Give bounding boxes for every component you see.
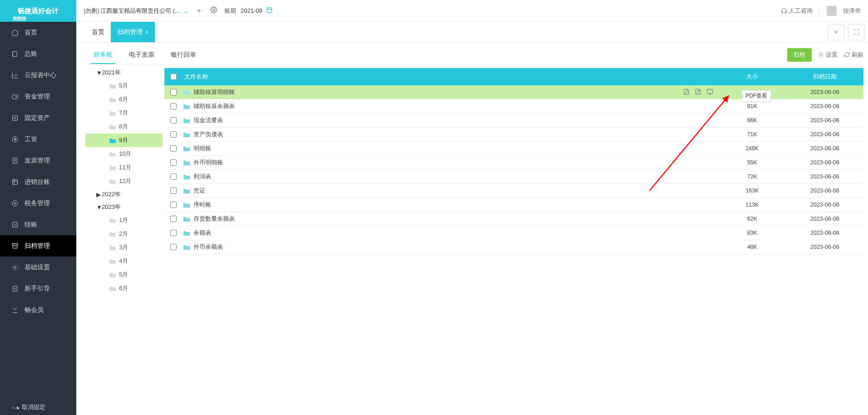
table-row[interactable]: 资产负债表71K2023-06-06 [164,128,863,142]
download-excel-icon[interactable] [683,88,690,97]
row-checkbox[interactable] [170,145,177,152]
row-checkbox[interactable] [170,159,177,166]
select-all-checkbox[interactable] [170,74,177,80]
subtab-einvoice[interactable]: 电子发票 [121,45,163,64]
subtab-financial[interactable]: 财务账 [85,45,121,64]
close-icon [11,221,19,229]
subtab-bank[interactable]: 银行回单 [163,45,204,64]
asset-icon [11,114,19,122]
row-checkbox[interactable] [170,131,177,138]
row-checkbox[interactable] [170,244,177,250]
nav-item-13[interactable]: 畅会员 [0,299,76,321]
row-checkbox[interactable] [170,173,177,180]
download-pdf-icon[interactable] [694,88,702,97]
row-checkbox[interactable] [170,103,177,109]
table-row[interactable]: 存货数量余额表62K2023-06-06 [164,212,863,226]
table-row[interactable]: 明细账246K2023-06-06 [164,142,863,156]
tree-month[interactable]: 6月 [85,282,163,295]
row-checkbox[interactable] [170,202,177,208]
avatar[interactable] [827,6,837,16]
tree-month[interactable]: 10月 [85,147,163,161]
archive-date: 2023-06-06 [786,244,863,250]
nav-item-10[interactable]: 归档管理 [0,235,76,257]
file-size: 163K [718,188,786,194]
col-size[interactable]: 大小 [718,73,786,81]
tab-label: 首页 [92,28,104,36]
nav-item-5[interactable]: 工资 [0,128,76,150]
nav-item-11[interactable]: 基础设置 [0,257,76,278]
tree-month[interactable]: 6月 [85,93,163,106]
nav-item-9[interactable]: 结账 [0,214,76,235]
unpin-sidebar[interactable]: ←▸ 取消固定 [11,403,45,411]
row-checkbox[interactable] [170,188,177,194]
refresh-link[interactable]: 刷新 [844,51,863,59]
nav-item-8[interactable]: 税务管理 [0,193,76,214]
nav-item-12[interactable]: 新手引导 [0,278,76,299]
tree-month[interactable]: 11月 [85,161,163,174]
nav-item-7[interactable]: 进销台账 [0,171,76,193]
archive-button[interactable]: 归档 [787,48,812,62]
tree-month[interactable]: 1月 [85,213,163,227]
tab-close-button[interactable]: × [828,24,844,40]
tree-month[interactable]: 5月 [85,268,163,282]
table-row[interactable]: 利润表72K2023-06-06 [164,170,863,184]
tree-year[interactable]: ▼ 2021年 [85,66,163,79]
view-pdf-icon[interactable] [706,88,714,97]
tree-month[interactable]: 4月 [85,254,163,268]
calendar-icon[interactable] [266,7,273,15]
tab-archive[interactable]: 归档管理× [111,22,155,42]
pdf-view-tooltip: PDF查看 [741,90,771,102]
subtabs: 财务账 电子发票 银行回单 归档 设置 刷新 [85,45,863,64]
add-company-button[interactable]: + [197,7,201,15]
wallet-icon [11,93,19,101]
nav-item-4[interactable]: 固定资产 [0,107,76,128]
support-link[interactable]: 人工咨询 [781,7,813,15]
nav-label: 发票管理 [25,157,50,165]
company-settings-button[interactable] [210,6,217,15]
tree-month[interactable]: 3月 [85,241,163,254]
tree-month[interactable]: 7月 [85,106,163,120]
period-value[interactable]: 2021-09 [241,7,263,14]
tab-home[interactable]: 首页 [85,22,111,42]
tree-month[interactable]: 12月 [85,174,163,188]
close-icon[interactable]: × [145,29,149,35]
table-row[interactable]: 外币余额表48K2023-06-06 [164,240,863,254]
table-row[interactable]: 序时账113K2023-06-06 [164,198,863,212]
tree-month[interactable]: 2月 [85,227,163,241]
file-size: 72K [718,173,786,180]
chart-icon [11,71,19,79]
table-row[interactable]: 现金流量表66K2023-06-06 [164,114,863,128]
row-checkbox[interactable] [170,117,177,124]
nav-item-6[interactable]: 发票管理 [0,150,76,171]
col-name[interactable]: 文件名称 [183,73,718,81]
file-name: 序时账 [193,201,211,209]
table-row[interactable]: 外币明细账55K2023-06-06 [164,156,863,170]
row-checkbox[interactable] [170,230,177,236]
settings-link[interactable]: 设置 [818,51,838,59]
chevron-down-icon[interactable]: ⌄ [183,7,188,15]
row-checkbox[interactable] [170,216,177,222]
tree-month[interactable]: 8月 [85,120,163,133]
tree-month[interactable]: 5月 [85,79,163,93]
tree-year[interactable]: ▼ 2023年 [85,201,163,213]
col-date[interactable]: 归档日期 [786,73,863,81]
salary-icon [11,135,19,143]
table-row[interactable]: 余额表83K2023-06-06 [164,226,863,240]
fullscreen-button[interactable]: ⛶ [848,24,864,40]
nav-item-0[interactable]: 首页 [0,22,76,43]
nav-item-2[interactable]: 云报表中心 [0,64,76,86]
sidebar: 畅捷通好会计 旗舰版 首页总账云报表中心资金管理固定资产工资发票管理进销台账税务… [0,0,76,415]
period-label: 账期 [224,7,236,15]
tree-month[interactable]: 9月 [85,133,163,147]
folder-icon [183,117,191,124]
table-row[interactable]: 凭证163K2023-06-06 [164,184,863,198]
nav-item-1[interactable]: 总账 [0,43,76,64]
month-label: 10月 [119,150,131,158]
brand-logo: 畅捷通好会计 旗舰版 [0,0,76,22]
file-size: 246K [718,145,786,152]
nav-item-3[interactable]: 资金管理 [0,86,76,107]
company-selector[interactable]: 江西服宝精品有限责任公司 (... [100,7,180,15]
row-checkbox[interactable] [170,89,177,95]
tree-year[interactable]: ▶ 2022年 [85,188,163,201]
user-name[interactable]: 徐泽华 [843,7,861,15]
